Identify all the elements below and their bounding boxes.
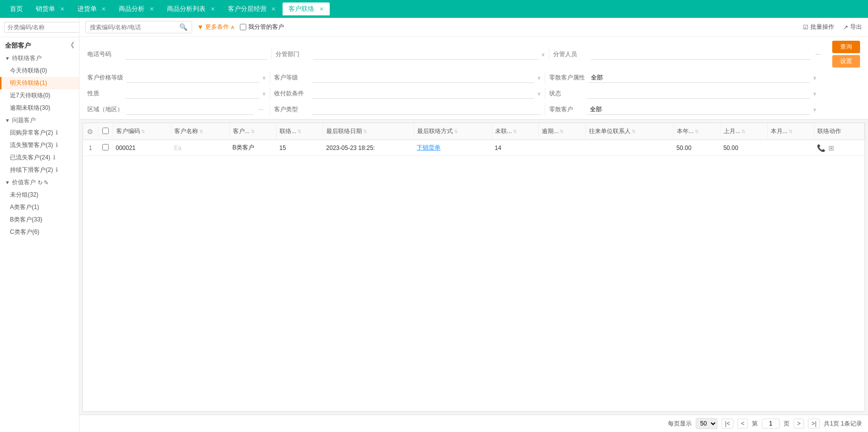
nav-close-icon[interactable]: ✕ <box>101 6 106 12</box>
customer-level-select[interactable] <box>312 72 535 83</box>
next-page-button[interactable]: > <box>794 419 804 429</box>
region-input[interactable] <box>126 104 253 115</box>
data-table: ⚙ 客户编码 ⇅ 客户名称 <box>83 123 865 156</box>
sidebar-churned[interactable]: 已流失客户(24) ℹ <box>0 151 79 164</box>
customer-type-select[interactable] <box>312 104 541 115</box>
nav-close-icon[interactable]: ✕ <box>60 6 65 12</box>
page-input[interactable] <box>762 419 780 429</box>
divider <box>271 48 272 60</box>
call-icon[interactable]: 📞 <box>817 144 825 152</box>
group-pending-contact[interactable]: ▼ 待联络客户 <box>0 52 79 65</box>
sidebar-overdue-contact[interactable]: 逾期未联络(30) <box>0 102 79 114</box>
sidebar-7day-pending[interactable]: 近7天待联络(0) <box>0 89 79 102</box>
export-button[interactable]: ↗ 导出 <box>843 23 862 31</box>
sort-icon[interactable]: ⇅ <box>560 129 564 134</box>
search-button[interactable]: 🔍 <box>175 21 192 33</box>
dropdown-arrow-icon[interactable]: ∨ <box>541 52 545 57</box>
dept-input[interactable] <box>313 49 538 60</box>
my-customers-checkbox-label[interactable]: 我分管的客户 <box>240 23 284 31</box>
refresh-icon[interactable]: ↻ <box>38 179 43 186</box>
nav-close-icon[interactable]: ✕ <box>271 6 276 12</box>
row-checkbox[interactable] <box>102 144 109 150</box>
retail-attr-select[interactable]: 全部 <box>588 72 810 83</box>
dropdown-icon[interactable]: ∨ <box>537 75 541 80</box>
nav-customer-contact[interactable]: 客户联络 ✕ <box>283 2 330 15</box>
first-page-button[interactable]: |< <box>722 419 733 429</box>
price-level-select[interactable] <box>126 72 259 83</box>
nav-home[interactable]: 首页 <box>4 2 29 15</box>
nav-sales-order[interactable]: 销货单 ✕ <box>30 2 71 15</box>
last-page-button[interactable]: >| <box>808 419 820 429</box>
edit-icon[interactable]: ✎ <box>44 179 49 186</box>
sidebar-tomorrow-pending[interactable]: 明天待联络(1) <box>0 77 79 89</box>
more-filters-button[interactable]: ▼ 更多条件 ∧ <box>197 23 235 31</box>
nav-close-icon[interactable]: ✕ <box>211 6 215 12</box>
grid-icon[interactable]: ⊞ <box>828 144 834 152</box>
nav-product-analysis[interactable]: 商品分析 ✕ <box>113 2 160 15</box>
nav-purchase-order[interactable]: 进货单 ✕ <box>72 2 112 15</box>
phone-input[interactable] <box>125 49 267 60</box>
sort-icon[interactable]: ⇅ <box>741 129 745 134</box>
ellipsis-icon[interactable]: ··· <box>256 106 265 113</box>
arrow-icon: ▼ <box>5 180 10 185</box>
collapse-icon[interactable]: 《 <box>67 41 74 50</box>
sort-icon[interactable]: ⇅ <box>454 129 458 134</box>
all-customers-header[interactable]: 全部客户 《 <box>0 37 79 52</box>
dropdown-icon[interactable]: ∨ <box>813 91 816 96</box>
ellipsis-icon[interactable]: ··· <box>813 51 822 58</box>
prev-page-button[interactable]: < <box>737 419 748 429</box>
sort-icon[interactable]: ⇅ <box>789 129 793 134</box>
group-problem-customers[interactable]: ▼ 问题客户 <box>0 114 79 127</box>
nav-customer-stratification[interactable]: 客户分层经营 ✕ <box>222 2 282 15</box>
sidebar-declining[interactable]: 持续下滑客户(2) ℹ <box>0 164 79 176</box>
bulk-ops-button[interactable]: ☑ 批量操作 <box>803 23 834 31</box>
retail-customer-select[interactable]: 全部 <box>587 104 810 115</box>
page-suffix: 页 <box>784 420 790 428</box>
settings-button[interactable]: 设置 <box>832 55 860 68</box>
nature-select[interactable] <box>125 88 259 99</box>
status-select[interactable] <box>587 88 810 99</box>
row-contact-count: 15 <box>276 140 323 156</box>
dropdown-icon[interactable]: ∨ <box>813 75 816 80</box>
divider <box>545 87 545 99</box>
sort-icon[interactable]: ⇅ <box>199 129 203 134</box>
sidebar-class-c[interactable]: C类客户(6) <box>0 226 79 238</box>
sort-icon[interactable]: ⇅ <box>297 129 301 134</box>
group-value-customers[interactable]: ▼ 价值客户 ↻ ✎ <box>0 176 79 189</box>
payment-select[interactable] <box>312 88 535 99</box>
search-input[interactable] <box>86 22 175 33</box>
sidebar-class-a[interactable]: A类客户(1) <box>0 201 79 214</box>
page-size-select[interactable]: 50 <box>696 418 718 429</box>
col-contact-count: 联络... ⇅ <box>276 123 323 140</box>
nav-close-icon[interactable]: ✕ <box>149 6 154 12</box>
nav-close-icon[interactable]: ✕ <box>319 6 324 12</box>
person-input[interactable] <box>591 49 810 60</box>
sort-icon[interactable]: ⇅ <box>513 129 517 134</box>
sort-icon[interactable]: ⇅ <box>251 129 255 134</box>
info-icon: ℹ <box>56 129 58 136</box>
advanced-filter-panel: 电话号码 分管部门 ∨ 分管人员 ··· 查询 设置 <box>79 37 868 120</box>
dropdown-icon[interactable]: ∨ <box>262 75 266 80</box>
col-overdue: 逾期... ⇅ <box>539 123 585 140</box>
gear-icon[interactable]: ⚙ <box>87 128 93 136</box>
sort-icon[interactable]: ⇅ <box>141 129 145 134</box>
my-customers-checkbox[interactable] <box>240 24 246 30</box>
dropdown-icon[interactable]: ∨ <box>813 107 816 112</box>
arrow-icon: ▼ <box>5 118 10 123</box>
row-num: 1 <box>83 140 98 156</box>
sidebar-ungroups[interactable]: 未分组(32) <box>0 189 79 201</box>
sidebar-search-input[interactable] <box>4 22 79 33</box>
sort-icon[interactable]: ⇅ <box>632 129 636 134</box>
select-all-checkbox[interactable] <box>102 128 109 134</box>
nav-product-analysis-list[interactable]: 商品分析列表 ✕ <box>161 2 221 15</box>
sidebar-churn-warning[interactable]: 流失预警客户(3) ℹ <box>0 139 79 151</box>
dropdown-icon[interactable]: ∨ <box>262 91 266 96</box>
sidebar-repurchase-abnormal[interactable]: 回购异常客户(2) ℹ <box>0 127 79 139</box>
query-button[interactable]: 查询 <box>832 41 860 53</box>
sort-icon[interactable]: ⇅ <box>363 129 367 134</box>
sort-icon[interactable]: ⇅ <box>695 129 699 134</box>
dropdown-icon[interactable]: ∨ <box>537 91 541 96</box>
sidebar-class-b[interactable]: B类客户(33) <box>0 214 79 226</box>
divider <box>549 48 549 60</box>
sidebar-today-pending[interactable]: 今天待联络(0) <box>0 65 79 77</box>
